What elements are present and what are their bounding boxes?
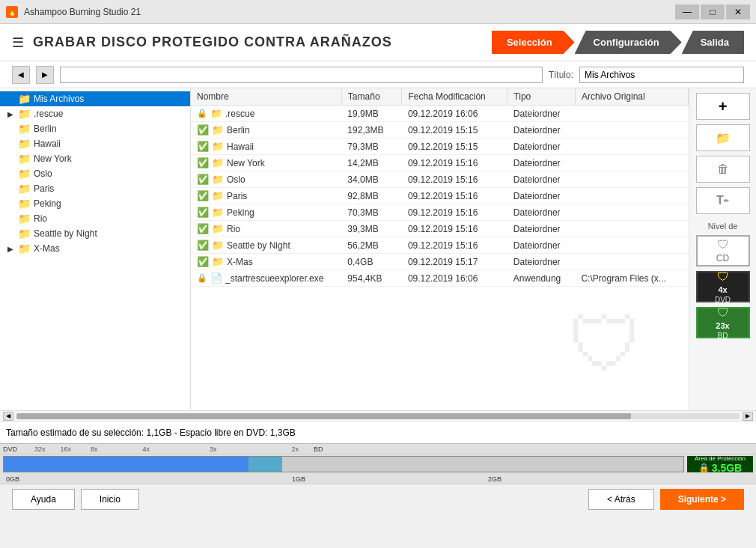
disc-bd[interactable]: 🛡 23x BD — [696, 307, 750, 338]
bottom-right-buttons: < Atrás Siguiente > — [588, 489, 744, 510]
tree-item-peking[interactable]: 📁 Peking — [0, 196, 190, 211]
file-icon: 📄 — [210, 273, 222, 284]
file-table: Nombre Tamaño Fecha Modificación Tipo Ar… — [191, 88, 689, 287]
inicio-button[interactable]: Inicio — [81, 489, 139, 510]
tree-item-berlin[interactable]: 📁 Berlin — [0, 121, 190, 136]
speed-labels-row: DVD 32x 16x 8x 4x 3x 2x BD — [0, 444, 756, 454]
folder-icon-peking: 📁 — [18, 198, 31, 210]
file-date: 09.12.2019 16:06 — [402, 106, 507, 122]
file-type: Dateiordner — [507, 171, 576, 188]
tree-item-rio[interactable]: 📁 Rio — [0, 211, 190, 226]
forward-nav-button[interactable]: ▶ — [36, 66, 54, 84]
bottom-bar: Ayuda Inicio < Atrás Siguiente > — [0, 484, 756, 514]
progress-fill-blue — [4, 457, 249, 472]
tree-item-hawaii[interactable]: 📁 Hawaii — [0, 136, 190, 151]
file-size: 34,0MB — [341, 171, 402, 188]
folder-icon: 📁 — [210, 108, 222, 119]
file-name: New York — [227, 158, 265, 168]
status-text: Tamaño estimado de su selección: 1,1GB -… — [6, 427, 296, 438]
shield-bd-icon: 🛡 — [717, 306, 729, 320]
tree-label-peking: Peking — [34, 198, 61, 209]
file-date: 09.12.2019 15:15 — [402, 138, 507, 155]
ok-icon: ✅ — [197, 240, 209, 251]
tree-item-seattle[interactable]: 📁 Seattle by Night — [0, 226, 190, 241]
col-header-original: Archivo Original — [575, 88, 688, 106]
table-row[interactable]: 🔒 📄 _startrescueexplorer.exe 954,4KB 09.… — [191, 270, 689, 287]
table-row[interactable]: ✅ 📁 X-Mas 0,4GB 09.12.2019 15:17 Dateior… — [191, 254, 689, 270]
table-row[interactable]: ✅ 📁 Paris 92,8MB 09.12.2019 15:16 Dateio… — [191, 188, 689, 204]
path-input[interactable] — [60, 67, 543, 83]
rename-button[interactable]: T✏ — [696, 187, 750, 214]
scroll-left-button[interactable]: ◀ — [3, 412, 13, 421]
table-row[interactable]: ✅ 📁 Seattle by Night 56,2MB 09.12.2019 1… — [191, 237, 689, 254]
tree-item-newyork[interactable]: 📁 New York — [0, 151, 190, 166]
title-input[interactable] — [579, 67, 744, 83]
atras-button[interactable]: < Atrás — [588, 489, 654, 510]
delete-button[interactable]: 🗑 — [696, 156, 750, 183]
app-title: Ashampoo Burning Studio 21 — [24, 7, 141, 17]
speed-32x: 32x — [34, 445, 46, 453]
scrollbar-track[interactable] — [16, 413, 740, 419]
tree-item-oslo[interactable]: 📁 Oslo — [0, 166, 190, 181]
menu-icon[interactable]: ☰ — [12, 34, 24, 51]
speed-3x: 3x — [210, 445, 217, 453]
add-button[interactable]: + — [696, 93, 750, 120]
siguiente-button[interactable]: Siguiente > — [660, 489, 744, 510]
tree-item-xmas[interactable]: ▶ 📁 X-Mas — [0, 241, 190, 256]
ayuda-button[interactable]: Ayuda — [12, 489, 75, 510]
protection-badge: Área de Protección 🔒 3,5GB — [687, 456, 753, 472]
file-date: 09.12.2019 15:15 — [402, 122, 507, 138]
folder-icon-seattle: 📁 — [18, 228, 31, 240]
disc-dvd-label: DVD — [715, 296, 731, 304]
toolbar: ◀ ▶ Título: — [0, 61, 756, 88]
file-name: Hawaii — [227, 141, 254, 152]
tree-item-rescue[interactable]: ▶ 📁 .rescue — [0, 106, 190, 121]
folder-icon-root: 📁 — [18, 93, 31, 105]
file-original — [575, 138, 688, 155]
ok-icon: ✅ — [197, 207, 209, 218]
disc-cd[interactable]: 🛡 CD — [696, 235, 750, 267]
table-row[interactable]: ✅ 📁 Peking 70,3MB 09.12.2019 15:16 Datei… — [191, 204, 689, 221]
progress-track — [3, 456, 684, 472]
tree-item-root[interactable]: 📁 Mis Archivos — [0, 91, 190, 106]
file-original — [575, 221, 688, 237]
file-size: 79,3MB — [341, 138, 402, 155]
tree-item-paris[interactable]: 📁 Paris — [0, 181, 190, 196]
step-seleccion-label: Selección — [507, 37, 552, 48]
folder-icon-rescue: 📁 — [18, 108, 31, 120]
tree-label-seattle: Seattle by Night — [34, 228, 97, 239]
step-salida[interactable]: Salida — [682, 31, 744, 54]
disc-bd-label: BD — [718, 332, 728, 340]
back-nav-button[interactable]: ◀ — [12, 66, 30, 84]
file-size: 92,8MB — [341, 188, 402, 204]
window-controls: — □ ✕ — [675, 4, 750, 19]
disc-dvd[interactable]: 🛡 4x DVD — [696, 271, 750, 302]
lock-icon: 🔒 — [197, 109, 207, 118]
file-type: Dateiordner — [507, 106, 576, 122]
table-row[interactable]: 🔒 📁 .rescue 19,9MB 09.12.2019 16:06 Date… — [191, 106, 689, 122]
maximize-button[interactable]: □ — [701, 4, 725, 19]
close-button[interactable]: ✕ — [726, 4, 750, 19]
main-content: 📁 Mis Archivos ▶ 📁 .rescue 📁 Berlin 📁 Ha… — [0, 88, 756, 410]
table-row[interactable]: ✅ 📁 Hawaii 79,3MB 09.12.2019 15:15 Datei… — [191, 138, 689, 155]
tree-label-rio: Rio — [34, 213, 47, 224]
step-seleccion[interactable]: Selección — [492, 31, 575, 54]
scroll-right-button[interactable]: ▶ — [743, 412, 753, 421]
speed-2x: 2x — [292, 445, 299, 453]
step-configuracion-label: Configuración — [594, 37, 659, 48]
open-folder-button[interactable]: 📁 — [696, 124, 750, 151]
speed-8x: 8x — [91, 445, 98, 453]
step-configuracion[interactable]: Configuración — [575, 31, 682, 54]
tree-label-paris: Paris — [34, 183, 54, 194]
table-row[interactable]: ✅ 📁 Berlin 192,3MB 09.12.2019 15:15 Date… — [191, 122, 689, 138]
folder-icon: 📁 — [212, 141, 224, 152]
tree-toggle-rescue: ▶ — [6, 110, 15, 118]
folder-icon: 📁 — [212, 174, 224, 185]
minimize-button[interactable]: — — [675, 4, 699, 19]
folder-icon: 📁 — [212, 124, 224, 136]
table-row[interactable]: ✅ 📁 Rio 39,3MB 09.12.2019 15:16 Dateiord… — [191, 221, 689, 237]
table-row[interactable]: ✅ 📁 New York 14,2MB 09.12.2019 15:16 Dat… — [191, 155, 689, 171]
file-type: Dateiordner — [507, 138, 576, 155]
table-row[interactable]: ✅ 📁 Oslo 34,0MB 09.12.2019 15:16 Dateior… — [191, 171, 689, 188]
col-header-nombre: Nombre — [191, 88, 341, 106]
